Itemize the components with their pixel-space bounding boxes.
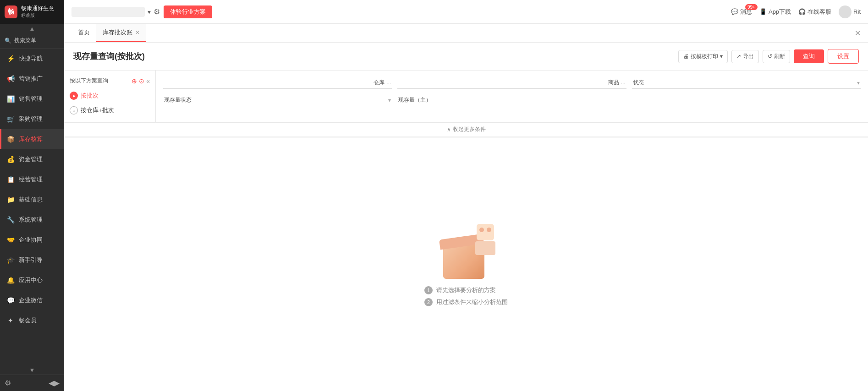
filter-row-2: 现存量状态 ▾ 现存量（主） — bbox=[163, 94, 861, 106]
inventory-status-select[interactable] bbox=[195, 97, 388, 103]
sidebar-item-快捷导航[interactable]: ⚡ 快捷导航 bbox=[0, 49, 64, 69]
user-name: Rit bbox=[853, 8, 861, 15]
empty-step-2: 2 用过滤条件来缩小分析范围 bbox=[424, 298, 508, 306]
sidebar-item-营销推广[interactable]: 📢 营销推广 bbox=[0, 69, 64, 89]
status-select-wrap: 状态 ▾ bbox=[632, 77, 861, 89]
nav-label-6: 经营管理 bbox=[19, 175, 43, 184]
online-service-item[interactable]: 🎧 在线客服 bbox=[798, 8, 831, 16]
nav-label-9: 企业协同 bbox=[19, 236, 43, 244]
refresh-btn[interactable]: ↺ 刷新 bbox=[763, 50, 790, 63]
nav-icon-7: 📁 bbox=[6, 195, 15, 204]
nav-icon-10: 🎓 bbox=[6, 255, 15, 265]
main-area: ▾ ⚙ 体验行业方案 💬 消息 99+ 📱 App下载 🎧 在线客服 Rit bbox=[64, 0, 868, 391]
sidebar-item-采购管理[interactable]: 🛒 采购管理 bbox=[0, 109, 64, 129]
sidebar: 畅 畅康通好生意 标准版 ▲ 🔍 搜索菜单 ⚡ 快捷导航 📢 营销推广 📊 销售… bbox=[0, 0, 64, 391]
sidebar-item-基础信息[interactable]: 📁 基础信息 bbox=[0, 190, 64, 210]
nav-icon-0: ⚡ bbox=[6, 54, 15, 63]
search-icon: 🔍 bbox=[5, 38, 11, 44]
sidebar-item-畅会员[interactable]: ✦ 畅会员 bbox=[0, 310, 64, 331]
status-select[interactable] bbox=[648, 79, 857, 86]
settings-icon[interactable]: ⚙ bbox=[5, 379, 11, 387]
nav-icon-1: 📢 bbox=[6, 74, 15, 83]
collapse-label: 收起更多条件 bbox=[453, 125, 486, 133]
scheme-item-label-1: 按仓库+批次 bbox=[81, 106, 114, 114]
nav-label-7: 基础信息 bbox=[19, 196, 43, 204]
scheme-settings-btn[interactable]: ⊙ bbox=[139, 77, 144, 85]
nav-icon-6: 📋 bbox=[6, 175, 15, 184]
scheme-gear-icon: ⊙ bbox=[139, 77, 144, 85]
tab-home[interactable]: 首页 bbox=[71, 24, 96, 42]
sidebar-item-销售管理[interactable]: 📊 销售管理 bbox=[0, 89, 64, 109]
print-dropdown-icon: ▾ bbox=[720, 53, 723, 60]
app-subtitle: 标准版 bbox=[21, 12, 54, 19]
app-download-label: App下载 bbox=[769, 8, 791, 16]
collapse-sidebar-icon[interactable]: ◀▶ bbox=[49, 379, 60, 387]
scheme-item-0[interactable]: ● 按批次 bbox=[64, 88, 155, 103]
sidebar-scroll-up[interactable]: ▲ bbox=[0, 24, 64, 33]
nav-icon-8: 🔧 bbox=[6, 215, 15, 224]
product-more-btn[interactable]: ··· bbox=[621, 80, 626, 86]
sidebar-item-新手引导[interactable]: 🎓 新手引导 bbox=[0, 250, 64, 270]
sidebar-scroll-down[interactable]: ▼ bbox=[0, 365, 64, 375]
page-actions: 🖨 按模板打印 ▾ ↗ 导出 ↺ 刷新 查询 设置 bbox=[678, 49, 859, 64]
topbar-right: 💬 消息 99+ 📱 App下载 🎧 在线客服 Rit bbox=[731, 5, 861, 18]
topbar-dropdown-btn[interactable]: ▾ bbox=[148, 8, 151, 16]
scheme-collapse-btn[interactable]: « bbox=[146, 77, 150, 85]
status-field: 状态 ▾ bbox=[632, 77, 861, 89]
query-btn[interactable]: 查询 bbox=[794, 49, 824, 63]
warehouse-more-btn[interactable]: ··· bbox=[386, 80, 391, 86]
filter-area: 按以下方案查询 ⊕ ⊙ « ● 按批次 bbox=[64, 71, 868, 122]
sidebar-search-menu[interactable]: 🔍 搜索菜单 bbox=[0, 33, 64, 49]
print-btn[interactable]: 🖨 按模板打印 ▾ bbox=[678, 50, 728, 63]
topbar-gear-btn[interactable]: ⚙ bbox=[154, 7, 160, 16]
export-btn[interactable]: ↗ 导出 bbox=[731, 50, 759, 63]
inventory-status-field: 现存量状态 ▾ bbox=[163, 94, 392, 106]
collapse-more-btn[interactable]: ∧ 收起更多条件 bbox=[64, 122, 868, 136]
scheme-panel-header: 按以下方案查询 ⊕ ⊙ « bbox=[64, 75, 155, 88]
export-label: 导出 bbox=[743, 53, 754, 60]
sidebar-item-应用中心[interactable]: 🔔 应用中心 bbox=[0, 270, 64, 290]
sidebar-item-资金管理[interactable]: 💰 资金管理 bbox=[0, 149, 64, 169]
chevron-left-icon: « bbox=[146, 77, 150, 85]
tab-close-icon[interactable]: ✕ bbox=[135, 30, 140, 35]
nav-icon-5: 💰 bbox=[6, 155, 15, 164]
sidebar-item-企业协同[interactable]: 🤝 企业协同 bbox=[0, 230, 64, 250]
scheme-outline-dot: ○ bbox=[70, 106, 78, 114]
tabs-bar: 首页 库存批次账 ✕ ✕ bbox=[64, 24, 868, 43]
experience-btn[interactable]: 体验行业方案 bbox=[164, 5, 212, 18]
settings-btn[interactable]: 设置 bbox=[828, 49, 859, 64]
inventory-qty-max[interactable] bbox=[536, 97, 626, 103]
product-input[interactable] bbox=[398, 79, 608, 86]
nav-label-5: 资金管理 bbox=[19, 155, 43, 163]
page-header: 现存量查询(按批次) 🖨 按模板打印 ▾ ↗ 导出 ↺ 刷新 查询 设置 bbox=[64, 43, 868, 71]
messages-item[interactable]: 💬 消息 99+ bbox=[731, 8, 752, 16]
nav-label-3: 采购管理 bbox=[19, 115, 43, 123]
topbar-search-input[interactable] bbox=[71, 7, 145, 17]
sidebar-item-经营管理[interactable]: 📋 经营管理 bbox=[0, 169, 64, 190]
topbar: ▾ ⚙ 体验行业方案 💬 消息 99+ 📱 App下载 🎧 在线客服 Rit bbox=[64, 0, 868, 24]
tab-inventory-batch[interactable]: 库存批次账 ✕ bbox=[96, 24, 146, 42]
user-item[interactable]: Rit bbox=[839, 5, 861, 18]
inventory-qty-min[interactable] bbox=[435, 97, 524, 103]
warehouse-field: 仓库 ··· bbox=[163, 77, 392, 89]
empty-step-1: 1 请先选择要分析的方案 bbox=[424, 286, 508, 294]
sidebar-item-企业微信[interactable]: 💬 企业微信 bbox=[0, 290, 64, 310]
sidebar-item-系统管理[interactable]: 🔧 系统管理 bbox=[0, 210, 64, 230]
tabs-close-all-btn[interactable]: ✕ bbox=[855, 29, 861, 38]
inventory-status-select-wrap: 现存量状态 ▾ bbox=[163, 94, 392, 106]
status-chevron-icon: ▾ bbox=[857, 80, 860, 86]
refresh-label: 刷新 bbox=[774, 53, 785, 60]
nav-label-10: 新手引导 bbox=[19, 256, 43, 264]
app-download-item[interactable]: 📱 App下载 bbox=[759, 8, 791, 16]
sidebar-item-库存核算[interactable]: 📦 库存核算 bbox=[0, 129, 64, 149]
print-icon: 🖨 bbox=[683, 53, 689, 60]
scheme-item-1[interactable]: ○ 按仓库+批次 bbox=[64, 103, 155, 118]
filter-fields: 仓库 ··· 商品 ··· 状态 bbox=[156, 71, 868, 122]
messages-badge: 99+ bbox=[745, 4, 758, 10]
inventory-qty-wrap: 现存量（主） — bbox=[397, 94, 626, 106]
warehouse-input[interactable] bbox=[164, 79, 374, 86]
online-service-label: 在线客服 bbox=[808, 8, 831, 16]
nav-label-4: 库存核算 bbox=[19, 135, 43, 143]
scheme-add-btn[interactable]: ⊕ bbox=[132, 77, 137, 85]
empty-step-1-text: 请先选择要分析的方案 bbox=[436, 286, 496, 294]
